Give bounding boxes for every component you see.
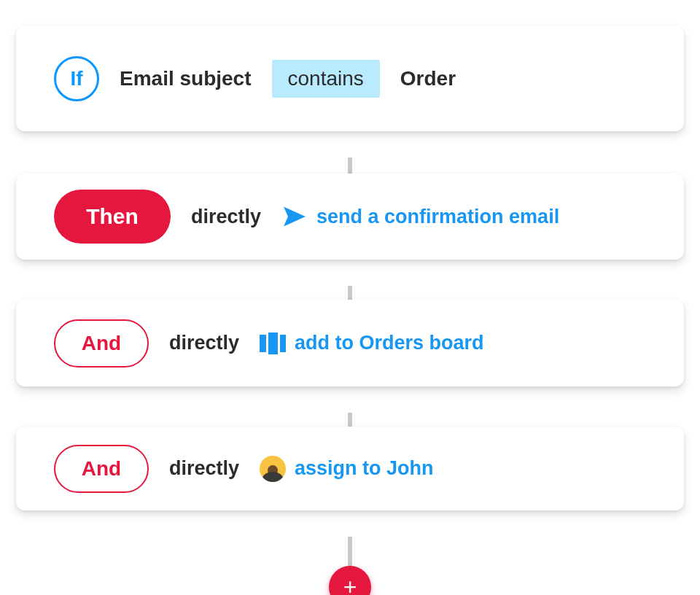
if-badge-label: If [70,67,82,90]
condition-operator[interactable]: contains [272,60,380,98]
svg-rect-1 [268,332,278,354]
action-label: assign to John [295,457,434,480]
if-badge: If [54,56,99,101]
condition-card[interactable]: If Email subject contains Order [16,26,684,131]
and-badge-label: And [82,457,121,481]
condition-field[interactable]: Email subject [120,67,252,90]
send-icon [281,203,308,230]
action-timing[interactable]: directly [169,332,239,354]
condition-value[interactable]: Order [400,67,456,90]
action-group[interactable]: assign to John [260,456,434,482]
add-step-button[interactable]: + [329,566,371,595]
and-badge-label: And [82,332,121,355]
then-badge-label: Then [86,204,139,229]
action-card-and[interactable]: And directly assign to John [16,427,684,510]
and-badge: And [54,319,149,368]
svg-rect-0 [260,335,266,352]
action-label: send a confirmation email [316,206,559,228]
then-badge: Then [54,190,171,244]
svg-rect-2 [280,335,286,352]
avatar-icon [260,456,286,482]
action-label: add to Orders board [295,332,484,354]
action-card-and[interactable]: And directly add to Orders board [16,300,684,386]
plus-icon: + [343,575,357,595]
board-icon [260,332,286,354]
action-group[interactable]: add to Orders board [260,332,484,354]
action-timing[interactable]: directly [191,206,261,228]
action-group[interactable]: send a confirmation email [281,203,559,230]
and-badge: And [54,445,149,493]
action-card-then[interactable]: Then directly send a confirmation email [16,174,684,260]
action-timing[interactable]: directly [169,457,239,480]
